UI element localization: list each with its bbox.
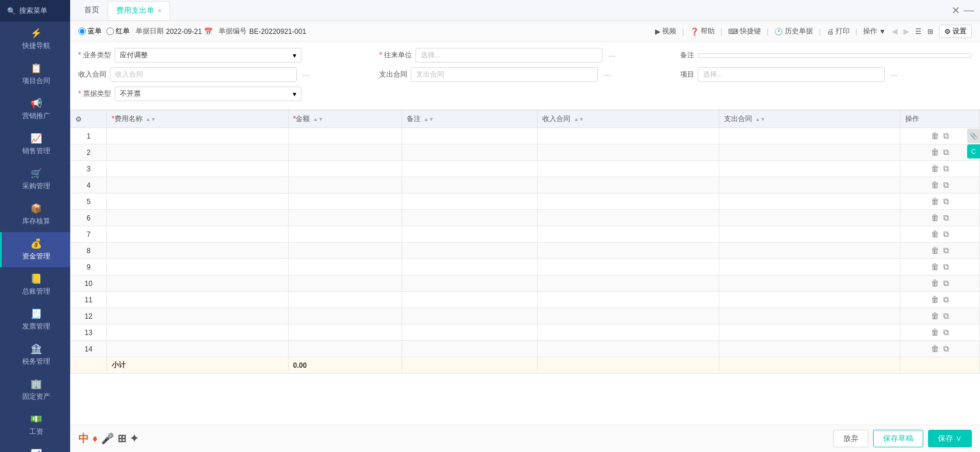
radio-blue[interactable]: 蓝单: [78, 26, 102, 36]
cell-note[interactable]: [401, 292, 538, 308]
delete-row-btn[interactable]: 🗑: [931, 295, 939, 304]
cell-note[interactable]: [401, 194, 538, 210]
cell-expense-contract[interactable]: [719, 325, 900, 341]
cell-amount[interactable]: [288, 259, 401, 275]
tab-home[interactable]: 首页: [76, 1, 108, 20]
th-amount[interactable]: *金额 ▲▼: [288, 111, 401, 128]
list-view-btn[interactable]: ☰: [915, 27, 922, 36]
cell-income-contract[interactable]: [538, 161, 719, 177]
copy-row-btn[interactable]: ⧉: [943, 229, 949, 239]
th-note[interactable]: 备注 ▲▼: [401, 111, 538, 128]
delete-row-btn[interactable]: 🗑: [931, 327, 939, 337]
cell-expense-contract[interactable]: [719, 210, 900, 226]
close-window-btn[interactable]: ✕: [951, 4, 960, 17]
cell-amount[interactable]: [288, 275, 401, 292]
copy-row-btn[interactable]: ⧉: [943, 196, 949, 206]
cell-note[interactable]: [401, 275, 538, 292]
cell-income-contract[interactable]: [538, 341, 719, 357]
cell-income-contract[interactable]: [538, 275, 719, 292]
cell-expense-contract[interactable]: [719, 341, 900, 357]
income-contract-more-btn[interactable]: ···: [303, 70, 310, 80]
cell-expense-contract[interactable]: [719, 128, 900, 144]
cell-amount[interactable]: [288, 161, 401, 177]
brand-icon-grid[interactable]: ⊞: [117, 432, 126, 445]
cell-income-contract[interactable]: [538, 308, 719, 325]
cell-amount[interactable]: [288, 194, 401, 210]
cell-name[interactable]: [107, 308, 288, 325]
sidebar-item-business[interactable]: 📊经营管理: [0, 443, 70, 452]
cell-income-contract[interactable]: [538, 226, 719, 243]
cell-income-contract[interactable]: [538, 259, 719, 275]
cell-note[interactable]: [401, 177, 538, 194]
copy-row-btn[interactable]: ⧉: [943, 213, 949, 222]
delete-row-btn[interactable]: 🗑: [931, 131, 939, 140]
sidebar-item-marketing[interactable]: 📢营销推广: [0, 92, 70, 127]
cell-note[interactable]: [401, 259, 538, 275]
radio-red-input[interactable]: [106, 27, 114, 35]
copy-row-btn[interactable]: ⧉: [943, 147, 949, 157]
sidebar-item-payroll[interactable]: 💵工资: [0, 408, 70, 443]
th-gear[interactable]: ⚙: [71, 111, 107, 128]
project-select[interactable]: 选择...: [698, 67, 885, 82]
cell-name[interactable]: [107, 177, 288, 194]
minimize-btn[interactable]: —: [964, 4, 974, 16]
cell-name[interactable]: [107, 341, 288, 357]
cell-note[interactable]: [401, 144, 538, 161]
cell-name[interactable]: [107, 161, 288, 177]
delete-row-btn[interactable]: 🗑: [931, 246, 939, 255]
cell-name[interactable]: [107, 226, 288, 243]
invoice-type-select[interactable]: 不开票 ▾: [115, 87, 302, 101]
cell-expense-contract[interactable]: [719, 194, 900, 210]
sidebar-item-invoice[interactable]: 🧾发票管理: [0, 302, 70, 337]
side-green-btn[interactable]: C: [967, 144, 980, 158]
copy-row-btn[interactable]: ⧉: [943, 164, 949, 173]
sidebar-item-project-contract[interactable]: 📋项目合同: [0, 57, 70, 92]
delete-row-btn[interactable]: 🗑: [931, 196, 939, 206]
sidebar-item-inventory[interactable]: 📦库存核算: [0, 197, 70, 232]
copy-row-btn[interactable]: ⧉: [943, 278, 949, 288]
shortcut-btn[interactable]: ⌨ 快捷键: [728, 26, 761, 36]
cell-expense-contract[interactable]: [719, 161, 900, 177]
cell-income-contract[interactable]: [538, 210, 719, 226]
project-more-btn[interactable]: ···: [891, 70, 898, 80]
sidebar-search[interactable]: 🔍 搜索菜单: [0, 0, 70, 22]
cell-name[interactable]: [107, 325, 288, 341]
copy-row-btn[interactable]: ⧉: [943, 295, 949, 304]
sidebar-item-tax[interactable]: 🏦税务管理: [0, 337, 70, 372]
sidebar-item-quick-nav[interactable]: ⚡快捷导航: [0, 22, 70, 57]
delete-row-btn[interactable]: 🗑: [931, 164, 939, 173]
cell-amount[interactable]: [288, 292, 401, 308]
discard-btn[interactable]: 放弃: [833, 430, 868, 447]
cell-income-contract[interactable]: [538, 194, 719, 210]
save-draft-btn[interactable]: 保存草稿: [873, 430, 923, 447]
cell-note[interactable]: [401, 325, 538, 341]
brand-icon-diamond[interactable]: ♦: [92, 433, 98, 445]
cell-amount[interactable]: [288, 210, 401, 226]
remark-input[interactable]: [698, 53, 972, 58]
delete-row-btn[interactable]: 🗑: [931, 180, 939, 189]
calendar-icon[interactable]: 📅: [204, 27, 213, 36]
history-btn[interactable]: 🕐 历史单据: [774, 26, 813, 36]
cell-income-contract[interactable]: [538, 292, 719, 308]
business-type-select[interactable]: 应付调整 ▾: [115, 48, 302, 63]
help-btn[interactable]: ❓ 帮助: [690, 26, 715, 36]
copy-row-btn[interactable]: ⧉: [943, 327, 949, 337]
delete-row-btn[interactable]: 🗑: [931, 262, 939, 271]
income-contract-select[interactable]: 收入合同: [110, 67, 297, 82]
cell-amount[interactable]: [288, 308, 401, 325]
cell-amount[interactable]: [288, 341, 401, 357]
brand-icon-mic[interactable]: 🎤: [101, 432, 114, 445]
cell-income-contract[interactable]: [538, 177, 719, 194]
sidebar-item-fixed-assets[interactable]: 🏢固定资产: [0, 372, 70, 408]
cell-note[interactable]: [401, 308, 538, 325]
cell-name[interactable]: [107, 292, 288, 308]
cell-note[interactable]: [401, 226, 538, 243]
operate-btn[interactable]: 操作 ▼: [863, 26, 886, 36]
cell-name[interactable]: [107, 259, 288, 275]
delete-row-btn[interactable]: 🗑: [931, 311, 939, 320]
delete-row-btn[interactable]: 🗑: [931, 147, 939, 157]
th-name[interactable]: *费用名称 ▲▼: [107, 111, 288, 128]
counterpart-select[interactable]: 选择...: [415, 48, 602, 63]
brand-icon-star[interactable]: ✦: [130, 432, 138, 445]
cell-income-contract[interactable]: [538, 243, 719, 259]
